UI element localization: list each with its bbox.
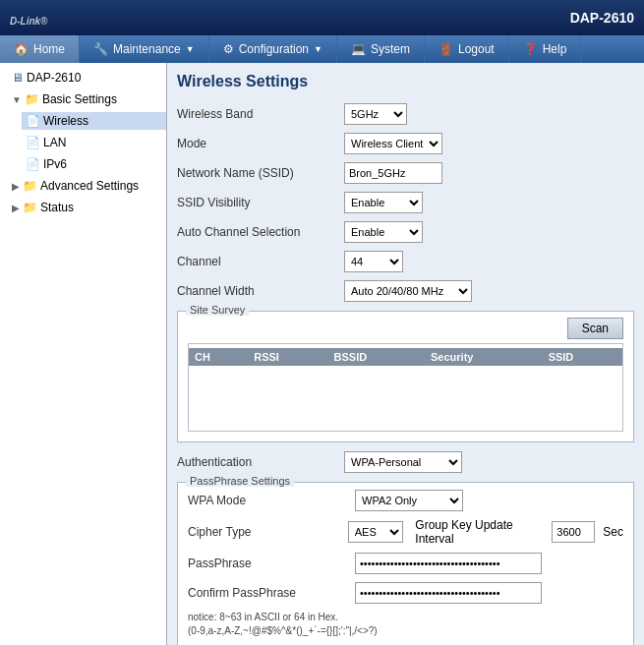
ssid-vis-select[interactable]: Enable Disable <box>344 192 423 213</box>
sidebar-item-advanced[interactable]: ▶ 📁 Advanced Settings <box>0 175 166 197</box>
survey-table: CH RSSI BSSID Security SSID <box>189 348 622 366</box>
notice-text: notice: 8~63 in ASCII or 64 in Hex. (0-9… <box>188 611 623 638</box>
col-ch: CH <box>189 348 248 366</box>
channel-width-select[interactable]: Auto 20/40/80 MHz 20 MHz 40 MHz 80 MHz <box>344 280 472 302</box>
ssid-vis-row: SSID Visibility Enable Disable <box>177 191 634 214</box>
page-icon2: 📄 <box>26 136 40 149</box>
computer-icon: 🖥 <box>12 71 24 85</box>
site-survey-title: Site Survey <box>186 304 249 316</box>
auth-select[interactable]: WPA-Personal WPA-Enterprise Open <box>344 451 462 473</box>
nav-home-label: Home <box>33 42 65 56</box>
ssid-row: Network Name (SSID) <box>177 161 634 185</box>
channel-select[interactable]: 44 36 40 <box>344 251 403 272</box>
nav-configuration-label: Configuration <box>239 42 309 56</box>
wpa-mode-control: WPA2 Only WPA Only WPA/WPA2 <box>355 490 463 511</box>
sidebar-item-basic-settings[interactable]: ▼ 📁 Basic Settings <box>0 88 166 110</box>
sidebar-item-status[interactable]: ▶ 📁 Status <box>0 197 166 218</box>
ssid-vis-control: Enable Disable <box>344 192 423 213</box>
ssid-input[interactable] <box>344 162 442 184</box>
wireless-band-select[interactable]: 5GHz 2.4GHz <box>344 103 407 125</box>
scan-btn-row: Scan <box>188 318 623 339</box>
confirm-passphrase-input[interactable] <box>355 582 542 604</box>
folder-icon2: 📁 <box>23 179 37 193</box>
content-area: Wireless Settings Wireless Band 5GHz 2.4… <box>167 63 644 645</box>
nav-logout[interactable]: 🚪 Logout <box>425 35 509 63</box>
nav-home[interactable]: 🏠 Home <box>0 35 80 63</box>
page-icon: 📄 <box>26 114 40 128</box>
sidebar-basic-label: Basic Settings <box>42 92 117 106</box>
scan-button[interactable]: Scan <box>567 318 623 339</box>
sidebar-lan-label: LAN <box>43 136 66 149</box>
sidebar-wireless-label: Wireless <box>43 114 88 128</box>
passphrase-input[interactable] <box>355 553 542 574</box>
passphrase-row: PassPhrase <box>188 552 623 575</box>
sidebar-item-ipv6[interactable]: 📄 IPv6 <box>0 153 166 175</box>
cipher-row: Cipher Type AES TKIP Group Key Update In… <box>188 518 623 546</box>
cipher-select[interactable]: AES TKIP <box>348 521 404 543</box>
nav-logout-label: Logout <box>458 42 495 56</box>
col-ssid: SSID <box>543 348 622 366</box>
sidebar-ipv6-label: IPv6 <box>43 157 67 171</box>
logo-text: D-Link <box>10 16 40 27</box>
sidebar-root-label: DAP-2610 <box>27 71 81 85</box>
nav-system-label: System <box>371 42 410 56</box>
folder-icon: 📁 <box>25 92 39 106</box>
wireless-band-row: Wireless Band 5GHz 2.4GHz <box>177 102 634 126</box>
expand-icon2: ▶ <box>12 181 20 192</box>
channel-width-control: Auto 20/40/80 MHz 20 MHz 40 MHz 80 MHz <box>344 280 472 302</box>
auto-channel-control: Enable Disable <box>344 221 423 243</box>
confirm-passphrase-control <box>355 582 542 604</box>
channel-width-label: Channel Width <box>177 284 344 298</box>
passphrase-control <box>355 553 542 574</box>
sidebar-item-dap2610[interactable]: 🖥 DAP-2610 <box>0 67 166 88</box>
nav-help[interactable]: ❓ Help <box>509 35 582 63</box>
auth-control: WPA-Personal WPA-Enterprise Open <box>344 451 462 473</box>
model-label: DAP-2610 <box>570 10 634 26</box>
passphrase-group: PassPhrase Settings WPA Mode WPA2 Only W… <box>177 482 634 645</box>
help-icon: ❓ <box>523 42 538 56</box>
nav-system[interactable]: 💻 System <box>337 35 425 63</box>
auto-channel-row: Auto Channel Selection Enable Disable <box>177 220 634 244</box>
sidebar-status-label: Status <box>40 201 74 214</box>
config-icon: ⚙ <box>223 42 234 56</box>
page-title: Wireless Settings <box>177 73 634 90</box>
auto-channel-select[interactable]: Enable Disable <box>344 221 423 243</box>
col-security: Security <box>425 348 543 366</box>
mode-label: Mode <box>177 137 344 150</box>
chevron-down-icon: ▼ <box>186 44 195 54</box>
mode-select[interactable]: Wireless Client Access Point <box>344 133 442 154</box>
logo: D-Link® <box>10 7 47 29</box>
site-survey-group: Site Survey Scan CH RSSI BSSID Security … <box>177 311 634 442</box>
group-key-input[interactable] <box>552 521 595 543</box>
header: D-Link® DAP-2610 <box>0 0 644 35</box>
passphrase-label: PassPhrase <box>188 557 355 570</box>
auth-label: Authentication <box>177 455 344 469</box>
logo-reg: ® <box>40 16 47 27</box>
nav-configuration[interactable]: ⚙ Configuration ▼ <box>209 35 337 63</box>
nav-help-label: Help <box>543 42 567 56</box>
wpa-mode-label: WPA Mode <box>188 494 355 507</box>
sidebar-item-lan[interactable]: 📄 LAN <box>0 132 166 153</box>
folder-icon3: 📁 <box>23 201 37 214</box>
col-bssid: BSSID <box>328 348 425 366</box>
channel-row: Channel 44 36 40 <box>177 250 634 273</box>
col-rssi: RSSI <box>248 348 327 366</box>
home-icon: 🏠 <box>14 42 29 56</box>
auth-row: Authentication WPA-Personal WPA-Enterpri… <box>177 450 634 474</box>
cipher-label: Cipher Type <box>188 525 348 539</box>
nav-maintenance[interactable]: 🔧 Maintenance ▼ <box>80 35 209 63</box>
expand-icon: ▼ <box>12 94 22 105</box>
wireless-band-label: Wireless Band <box>177 107 344 121</box>
nav-maintenance-label: Maintenance <box>113 42 181 56</box>
notice-line1: notice: 8~63 in ASCII or 64 in Hex. <box>188 612 338 622</box>
page-icon3: 📄 <box>26 157 40 171</box>
wpa-mode-select[interactable]: WPA2 Only WPA Only WPA/WPA2 <box>355 490 463 511</box>
mode-row: Mode Wireless Client Access Point <box>177 132 634 155</box>
sidebar-advanced-label: Advanced Settings <box>40 179 139 193</box>
survey-area: CH RSSI BSSID Security SSID <box>188 343 623 432</box>
sidebar-item-wireless[interactable]: 📄 Wireless <box>0 110 166 132</box>
mode-control: Wireless Client Access Point <box>344 133 442 154</box>
channel-label: Channel <box>177 255 344 268</box>
channel-width-row: Channel Width Auto 20/40/80 MHz 20 MHz 4… <box>177 279 634 303</box>
auto-channel-label: Auto Channel Selection <box>177 225 344 239</box>
